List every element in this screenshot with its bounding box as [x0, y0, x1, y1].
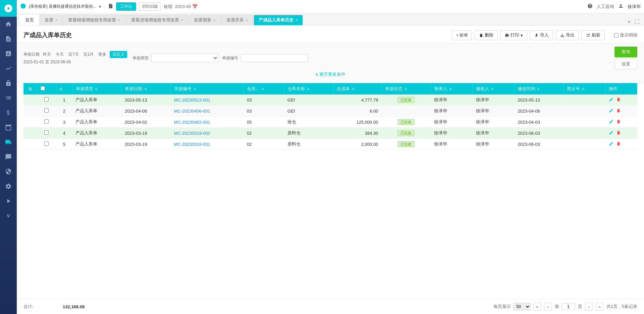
dropdown-icon[interactable]: ▾ — [99, 4, 101, 9]
sidebar-item-calendar[interactable] — [0, 120, 17, 135]
date-7days[interactable]: 近7天 — [67, 51, 80, 58]
tab-view-purchase-vat[interactable]: 查看进项增值税专用发票 × — [126, 15, 188, 25]
new-button[interactable]: + 新增 — [452, 30, 472, 40]
document-link[interactable]: MC-20230513-001 — [174, 98, 210, 103]
row-checkbox[interactable] — [44, 130, 49, 135]
date-yesterday[interactable]: 昨天 — [42, 51, 52, 58]
sidebar-item-version[interactable]: V — [0, 208, 17, 223]
row-delete-button[interactable] — [616, 119, 621, 125]
date-today[interactable]: 今天 — [54, 51, 65, 58]
col-modify-time[interactable]: 修改时间 ⇅ — [514, 83, 564, 95]
col-number[interactable]: 单据编号 ⇅ — [171, 83, 244, 95]
query-button[interactable]: 查询 — [614, 47, 637, 57]
row-edit-button[interactable] — [609, 119, 613, 125]
tab-invoice-open[interactable]: 发票开具 × — [221, 15, 253, 25]
row-delete-button[interactable] — [616, 97, 621, 103]
cell-checkbox[interactable] — [37, 117, 56, 128]
number-filter-input[interactable] — [241, 54, 308, 62]
print-button[interactable]: 打印 ▾ — [500, 30, 527, 40]
document-link[interactable]: MC-20230406-001 — [174, 109, 210, 114]
row-delete-button[interactable] — [616, 108, 621, 114]
type-filter-select[interactable] — [151, 54, 218, 62]
sidebar-item-money[interactable] — [0, 105, 17, 120]
workbench-button[interactable]: 工作台 — [116, 2, 136, 11]
calendar-icon[interactable]: 📅 — [192, 4, 198, 9]
next-page-button[interactable]: › — [585, 303, 593, 311]
row-checkbox[interactable] — [44, 141, 49, 146]
last-page-button[interactable]: » — [596, 303, 604, 311]
tab-view-purchase-vat-close[interactable]: × — [181, 18, 183, 22]
export-button[interactable]: 导出 — [556, 30, 579, 40]
row-delete-button[interactable] — [616, 141, 621, 147]
sidebar-item-chart[interactable] — [0, 46, 17, 61]
cell-checkbox[interactable] — [37, 106, 56, 117]
set-button[interactable]: 设置 — [614, 59, 637, 69]
import-button[interactable]: 导入 — [530, 30, 553, 40]
tab-view-sales-vat-close[interactable]: × — [118, 18, 120, 22]
sidebar-item-document[interactable] — [0, 32, 17, 46]
date-1month[interactable]: 近1月 — [82, 51, 95, 58]
row-checkbox[interactable] — [44, 97, 49, 102]
sidebar-item-lock[interactable] — [0, 76, 17, 90]
delete-button[interactable]: 删除 — [475, 30, 498, 40]
col-settings[interactable]: ⚙ — [23, 83, 37, 95]
user-name[interactable]: 徐泽华 — [628, 4, 641, 10]
col-status[interactable]: 单据状态 ⇅ — [381, 83, 431, 95]
sidebar-item-home[interactable] — [0, 17, 17, 32]
row-delete-button[interactable] — [616, 130, 621, 136]
col-creator[interactable]: 制单人 ⇅ — [431, 83, 473, 95]
sidebar-item-settings2[interactable] — [0, 164, 17, 179]
tab-invoice-open-close[interactable]: × — [246, 18, 248, 22]
settings-icon[interactable]: ⚙ — [28, 86, 32, 91]
col-warehouse-name[interactable]: 仓库名称 ⇅ — [284, 83, 333, 95]
tab-home[interactable]: 首页 — [20, 15, 39, 25]
help-label[interactable]: 人工咨询 — [597, 4, 614, 10]
print-dropdown-icon[interactable]: ▾ — [521, 33, 523, 38]
first-page-button[interactable]: « — [533, 303, 541, 311]
sidebar-item-analytics[interactable] — [0, 61, 17, 76]
row-edit-button[interactable] — [609, 108, 613, 114]
col-type[interactable]: 单据类型 ⇅ — [72, 83, 121, 95]
prev-page-button[interactable]: ‹ — [544, 303, 552, 311]
sidebar-item-list[interactable] — [0, 90, 17, 105]
cell-checkbox[interactable] — [37, 95, 56, 106]
col-modifier[interactable]: 修改人 ⇅ — [473, 83, 515, 95]
row-edit-button[interactable] — [609, 141, 613, 147]
sidebar-item-gear[interactable] — [0, 179, 17, 194]
show-detail-checkbox[interactable]: 显示明细 — [614, 32, 637, 38]
row-checkbox[interactable] — [44, 119, 49, 124]
row-checkbox[interactable] — [44, 108, 49, 113]
select-all-checkbox[interactable] — [41, 86, 45, 90]
tab-product-inbound-close[interactable]: × — [296, 18, 298, 22]
close-tab-button[interactable]: × — [627, 18, 632, 25]
tab-view-sales-vat[interactable]: 查看销项增值税专用发票 × — [63, 15, 125, 25]
sidebar-item-stamp[interactable] — [0, 149, 17, 164]
date-more[interactable]: 更多 — [97, 51, 108, 58]
sidebar-item-play[interactable] — [0, 194, 17, 208]
tab-product-inbound[interactable]: 产成品入库单历史 × — [254, 15, 303, 25]
document-link[interactable]: MC-20230402-001 — [174, 120, 210, 125]
refresh-button[interactable]: 刷新 — [582, 30, 605, 40]
fullscreen-button[interactable]: ⛶ — [633, 18, 641, 25]
row-edit-button[interactable] — [609, 130, 613, 136]
document-link[interactable]: MC-20230319-002 — [174, 131, 210, 136]
date-custom[interactable]: 自定义 — [110, 51, 127, 58]
tab-invoice-close[interactable]: × — [55, 18, 57, 22]
col-voucher[interactable]: 凭证号 ⇅ — [564, 83, 605, 95]
tab-invoice-calc-close[interactable]: × — [213, 18, 215, 22]
tab-invoice-calc[interactable]: 发票测算 × — [189, 15, 220, 25]
cell-checkbox[interactable] — [37, 128, 56, 139]
expand-filter-btn[interactable]: ▾ 展开更多条件 — [23, 69, 637, 79]
row-edit-button[interactable] — [609, 97, 613, 103]
col-date[interactable]: 单据日期 ⇅ — [121, 83, 171, 95]
col-warehouse-code[interactable]: 仓库... ⇅ — [244, 83, 284, 95]
page-input[interactable] — [562, 303, 575, 310]
tab-invoice[interactable]: 发票 × — [40, 15, 62, 25]
document-link[interactable]: MC-20230319-001 — [174, 142, 210, 147]
cell-checkbox[interactable] — [37, 139, 56, 150]
col-total-cost[interactable]: 总成本 ⇅ — [333, 83, 381, 95]
switch-version-button[interactable]: 切到旧版 — [139, 2, 161, 11]
per-page-select[interactable]: 50 100 — [514, 303, 531, 310]
col-checkbox[interactable] — [37, 83, 56, 95]
sidebar-item-warehouse[interactable] — [0, 135, 17, 149]
